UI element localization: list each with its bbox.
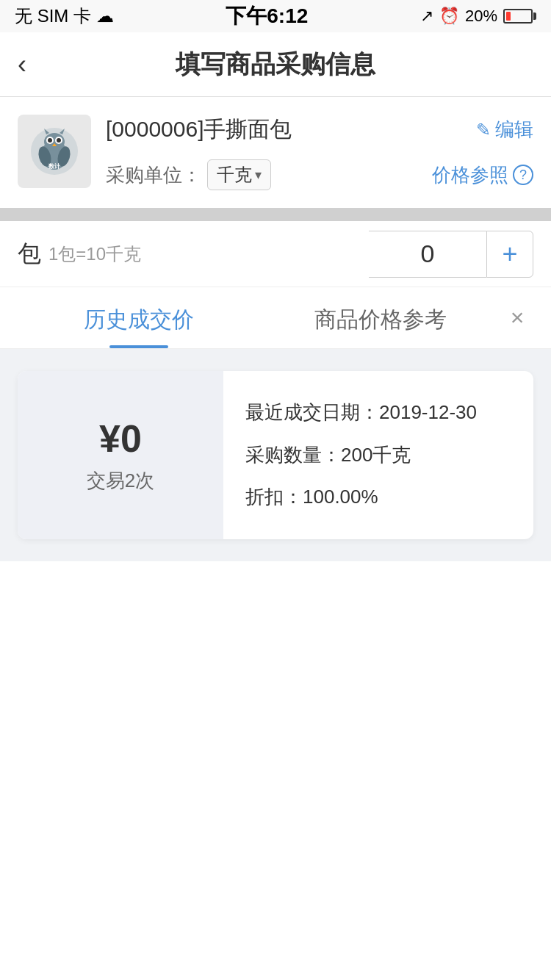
tab-content: ¥0 交易2次 最近成交日期：2019-12-30 采购数量：200千克 折扣：…: [0, 349, 551, 561]
unit-row: 采购单位： 千克 ▾ 价格参照 ?: [106, 159, 533, 190]
battery-percent: 20%: [465, 7, 497, 26]
edit-button[interactable]: ✎ 编辑: [476, 117, 533, 143]
quantity-conversion: 1包=10千克: [48, 242, 141, 266]
purchase-quantity-label: 采购数量：: [245, 444, 341, 466]
page-title: 填写商品采购信息: [176, 48, 375, 82]
svg-point-6: [57, 138, 61, 143]
section-divider: [0, 208, 551, 221]
transaction-date: 最近成交日期：2019-12-30: [245, 397, 511, 428]
status-right: ↗ ⏰ 20%: [420, 7, 536, 26]
transaction-price: ¥0: [99, 417, 142, 461]
svg-point-5: [48, 138, 52, 143]
product-name: [0000006]手撕面包: [106, 115, 292, 145]
status-bar: 无 SIM 卡 ☁ 下午6:12 ↗ ⏰ 20%: [0, 0, 551, 32]
status-time: 下午6:12: [226, 2, 308, 30]
transaction-discount: 折扣：100.00%: [245, 482, 511, 513]
transaction-details: 最近成交日期：2019-12-30 采购数量：200千克 折扣：100.00%: [223, 371, 533, 539]
quantity-label-group: 包 1包=10千克: [18, 238, 141, 270]
purchase-quantity-value: 200千克: [341, 444, 411, 466]
tab-price-reference[interactable]: 商品价格参考: [259, 287, 501, 348]
battery-icon: [503, 9, 536, 24]
location-icon: ↗: [420, 7, 433, 26]
tab-history-price-label: 历史成交价: [84, 307, 194, 331]
unit-select[interactable]: 千克 ▾: [207, 159, 271, 190]
quantity-plus-button[interactable]: +: [486, 231, 533, 278]
price-ref-label: 价格参照: [432, 162, 508, 188]
tab-header: 历史成交价 商品价格参考 ×: [0, 287, 551, 349]
sim-status: 无 SIM 卡 ☁: [15, 4, 114, 28]
discount-value: 100.00%: [303, 486, 378, 508]
quantity-input-group: +: [369, 231, 533, 278]
tab-close-button[interactable]: ×: [501, 302, 533, 334]
price-ref-button[interactable]: 价格参照 ?: [432, 162, 533, 188]
product-header: [0000006]手撕面包 ✎ 编辑: [106, 115, 533, 145]
dropdown-icon: ▾: [255, 167, 262, 183]
plus-icon: +: [502, 239, 517, 270]
tab-price-reference-label: 商品价格参考: [314, 307, 447, 331]
alarm-icon: ⏰: [439, 7, 459, 26]
back-button[interactable]: ‹: [18, 49, 26, 80]
product-thumbnail-icon: 数计: [29, 126, 80, 177]
discount-label: 折扣：: [245, 486, 303, 508]
tab-panel: 历史成交价 商品价格参考 × ¥0 交易2次 最近成交日期：2019-12-: [0, 287, 551, 561]
product-info: [0000006]手撕面包 ✎ 编辑 采购单位： 千克 ▾ 价格参照: [106, 115, 533, 190]
help-icon: ?: [513, 165, 533, 185]
transaction-count: 交易2次: [87, 468, 154, 494]
edit-label: 编辑: [495, 117, 533, 143]
quantity-unit: 包: [18, 238, 41, 270]
product-card: 数计 [0000006]手撕面包 ✎ 编辑 采购单位： 千克 ▾: [0, 97, 551, 208]
quantity-input[interactable]: [369, 231, 486, 278]
product-image: 数计: [18, 115, 91, 188]
latest-date-label: 最近成交日期：: [245, 401, 379, 423]
edit-icon: ✎: [476, 120, 491, 140]
svg-text:数计: 数计: [48, 163, 61, 170]
tab-history-price[interactable]: 历史成交价: [18, 287, 259, 348]
main-content: 数计 [0000006]手撕面包 ✎ 编辑 采购单位： 千克 ▾: [0, 97, 551, 980]
transaction-card: ¥0 交易2次 最近成交日期：2019-12-30 采购数量：200千克 折扣：…: [18, 371, 533, 539]
close-icon: ×: [511, 304, 525, 331]
quantity-row: 包 1包=10千克 +: [0, 221, 551, 287]
unit-label: 采购单位：: [106, 162, 201, 188]
transaction-quantity: 采购数量：200千克: [245, 440, 511, 471]
status-left: 无 SIM 卡 ☁: [15, 4, 114, 28]
transaction-summary: ¥0 交易2次: [18, 371, 223, 539]
latest-date-value: 2019-12-30: [379, 401, 477, 423]
nav-bar: ‹ 填写商品采购信息: [0, 32, 551, 97]
unit-value: 千克: [217, 163, 252, 187]
